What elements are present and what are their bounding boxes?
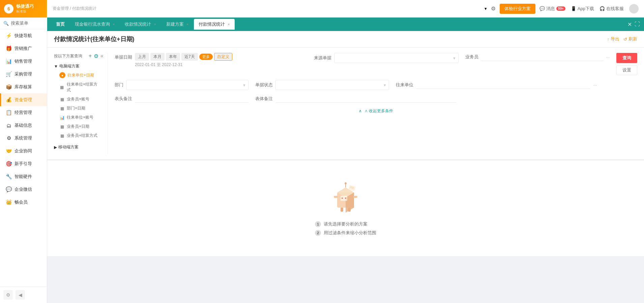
export-btn[interactable]: ↑ 导出 xyxy=(607,36,620,42)
collapse-more-btn[interactable]: ∧ ∧ 收起更多条件 xyxy=(115,105,637,117)
app-download-btn[interactable]: 📱 App下载 xyxy=(571,6,594,12)
sidebar-item-operation[interactable]: 📋 经营管理 xyxy=(0,106,47,119)
sidebar-item-system[interactable]: ⚙ 系统管理 xyxy=(0,132,47,145)
scheme-collapse-btn[interactable]: « xyxy=(100,53,104,59)
header-settings-btn[interactable]: ⚙ xyxy=(491,5,496,12)
sidebar-settings-btn[interactable]: ⚙ xyxy=(3,290,13,300)
scheme-item-staff-date[interactable]: ▦ 业务员+日期 xyxy=(54,122,104,131)
sidebar-item-vip[interactable]: 👑 畅会员 xyxy=(0,196,47,209)
tab-new-scheme-close[interactable]: × xyxy=(186,22,188,26)
scheme-item-unit-account[interactable]: 📊 往来单位+账号 xyxy=(54,113,104,122)
tab-payment-stats[interactable]: 付款情况统计 × xyxy=(194,19,234,30)
body-note-input[interactable] xyxy=(275,95,456,103)
sidebar-bottom: ⚙ ◀ xyxy=(0,286,47,303)
add-scheme-btn[interactable]: + xyxy=(89,53,92,59)
staff-more-btn[interactable]: ··· xyxy=(606,55,610,60)
desktop-scheme-title[interactable]: ▼ 电脑端方案 xyxy=(54,62,104,70)
date-btn-custom[interactable]: 自定义 xyxy=(214,53,232,61)
dept-select[interactable]: ▾ xyxy=(126,80,248,90)
staff-label: 业务员 xyxy=(465,54,478,60)
tab-bank-flow-label: 现金银行流水查询 xyxy=(75,21,110,27)
counterpart-more-btn[interactable]: ··· xyxy=(593,83,597,88)
page-content: 付款情况统计(往来单位+日期) ↑ 导出 ↺ 刷新 按以下方案查询 + xyxy=(47,31,644,303)
chevron-down-icon: ▾ xyxy=(384,83,386,88)
filter-row-2: 部门 ▾ 单据状态 ▾ xyxy=(115,80,637,90)
scheme-item-staff-settle[interactable]: ▦ 业务员+结算方式 xyxy=(54,131,104,140)
header-note-input[interactable] xyxy=(135,95,248,103)
breadcrumb-text: 资金管理 / 付款情况统计 xyxy=(53,6,96,11)
sidebar-item-guide[interactable]: 🎯 新手引导 xyxy=(0,157,47,170)
tab-maximize-btn[interactable]: ⛶ xyxy=(635,21,640,28)
sidebar-item-inventory[interactable]: 📦 库存核算 xyxy=(0,81,47,93)
header-chevron[interactable]: ▾ xyxy=(485,6,487,11)
staff-input-area[interactable] xyxy=(481,53,604,61)
scheme-item-unit-date[interactable]: ● 往来单位+日期 xyxy=(54,70,104,80)
desktop-scheme-label: 电脑端方案 xyxy=(59,63,80,69)
refresh-label: 刷新 xyxy=(628,36,637,42)
filter-dept: 部门 ▾ xyxy=(115,80,248,90)
scheme-grid-icon: ▦ xyxy=(59,124,65,129)
tab-new-scheme[interactable]: 新建方案 × xyxy=(162,19,193,30)
tab-receipt-stats-close[interactable]: × xyxy=(154,22,156,26)
notifications-btn[interactable]: 💬 消息 99+ xyxy=(539,6,565,12)
sidebar-item-label: 库存核算 xyxy=(14,84,32,90)
tab-close-all-btn[interactable]: ✕ xyxy=(627,21,632,28)
date-btn-this-year[interactable]: 本年 xyxy=(166,53,180,61)
sidebar-item-sales[interactable]: 📊 销售管理 xyxy=(0,55,47,68)
notifications-label: 消息 xyxy=(546,6,555,12)
filter-settings-btn[interactable]: 设置 xyxy=(616,65,637,75)
scheme-item-staff-account[interactable]: ▦ 业务员+账号 xyxy=(54,95,104,104)
sidebar-item-finance[interactable]: 💰 资金管理 xyxy=(0,93,47,106)
action-buttons: 查询 设置 xyxy=(616,53,637,75)
counterpart-input-area[interactable] xyxy=(416,81,590,89)
tab-bank-flow[interactable]: 现金银行流水查询 × xyxy=(70,19,119,30)
filter-area: 按以下方案查询 + ⚙ « ▼ 电脑端方案 ● 往来单位+日期 xyxy=(47,48,644,160)
tab-payment-stats-close[interactable]: × xyxy=(228,22,230,26)
purchase-icon: 🛒 xyxy=(6,71,12,77)
date-btn-this-month[interactable]: 本月 xyxy=(150,53,165,61)
sidebar-item-purchase[interactable]: 🛒 采购管理 xyxy=(0,68,47,81)
date-range-display: 2022-01-01 至 2022-12-31 xyxy=(135,62,232,68)
chevron-down-icon: ▾ xyxy=(243,83,245,88)
filter-row-1: 单据日期 上月 本月 本年 近7天 更多 自定义 2022-01-01 至 20… xyxy=(115,53,637,75)
sidebar-item-quick-nav[interactable]: ⚡ 快捷导航 xyxy=(0,29,47,42)
tab-home[interactable]: 首页 xyxy=(51,19,69,30)
date-btn-7days[interactable]: 近7天 xyxy=(181,53,198,61)
page-actions: ↑ 导出 ↺ 刷新 xyxy=(607,36,638,42)
query-btn[interactable]: 查询 xyxy=(616,53,637,63)
system-icon: ⚙ xyxy=(6,135,12,141)
scheme-chart-icon: 📊 xyxy=(59,115,65,120)
logo-sub: 标准版 xyxy=(16,9,34,14)
sidebar-item-marketing[interactable]: 🎁 营销推广 xyxy=(0,42,47,55)
search-menu[interactable]: 🔍 搜索菜单 xyxy=(0,18,47,29)
date-btn-more[interactable]: 更多 xyxy=(199,54,213,60)
source-doc-select[interactable]: ▾ xyxy=(334,53,458,63)
trial-btn[interactable]: 体验行业方案 xyxy=(500,4,535,14)
user-avatar[interactable] xyxy=(629,4,639,13)
tip-num-1: 1 xyxy=(315,221,321,227)
sidebar-item-label: 销售管理 xyxy=(14,58,32,64)
sidebar-item-label: 畅会员 xyxy=(14,199,28,205)
tab-bank-flow-close[interactable]: × xyxy=(113,22,115,26)
tab-receipt-stats[interactable]: 收款情况统计 × xyxy=(120,19,160,30)
hardware-icon: 🔧 xyxy=(6,174,12,180)
mobile-scheme-title[interactable]: ▶ 移动端方案 xyxy=(54,143,104,151)
top-header: 资金管理 / 付款情况统计 ▾ ⚙ 体验行业方案 💬 消息 99+ 📱 App下… xyxy=(47,0,644,18)
sidebar-item-label: 营销推广 xyxy=(14,46,32,52)
sidebar-collapse-btn[interactable]: ◀ xyxy=(16,290,25,300)
operation-icon: 📋 xyxy=(6,110,12,116)
refresh-btn[interactable]: ↺ 刷新 xyxy=(623,36,637,42)
tip-text-1: 请先选择要分析的方案 xyxy=(324,221,368,227)
date-btn-last-month[interactable]: 上月 xyxy=(135,53,149,61)
sidebar-item-enterprise[interactable]: 🤝 企业协同 xyxy=(0,145,47,157)
doc-status-select[interactable]: ▾ xyxy=(275,80,389,90)
sidebar-item-hardware[interactable]: 🔧 智能硬件 xyxy=(0,170,47,183)
online-service-btn[interactable]: 🎧 在线客服 xyxy=(599,6,624,12)
sidebar-item-wechat[interactable]: 💬 企业微信 xyxy=(0,183,47,196)
scheme-item-dept-date[interactable]: ▦ 部门+日期 xyxy=(54,104,104,113)
scheme-item-unit-settle[interactable]: ▦ 往来单位+结算方式 xyxy=(54,80,104,95)
sidebar-item-basic[interactable]: 🗂 基础信息 xyxy=(0,119,47,132)
tab-payment-stats-label: 付款情况统计 xyxy=(199,21,225,27)
scheme-settings-btn[interactable]: ⚙ xyxy=(94,53,98,59)
app-download-label: App下载 xyxy=(578,6,594,12)
